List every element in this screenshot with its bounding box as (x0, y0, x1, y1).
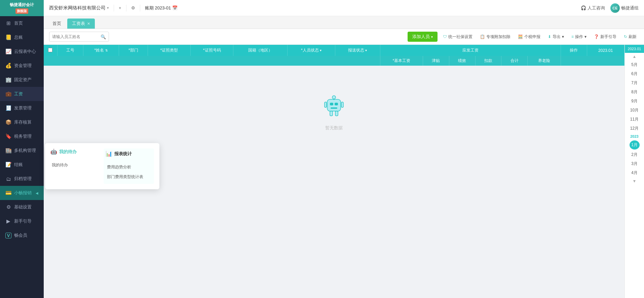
sub-col-pension: 养老险 (528, 56, 561, 66)
operations-icon: ≡ (571, 34, 574, 39)
search-input-wrap: 🔍 (49, 32, 109, 42)
popup-report-label: 报表统计 (114, 151, 132, 157)
tax-declaration-button[interactable]: 🧮 个税申报 (516, 33, 542, 41)
special-deduction-button[interactable]: 📋 专项附加扣除 (478, 33, 513, 41)
month-5[interactable]: 5月 (625, 60, 644, 69)
topbar-divider-1 (114, 5, 114, 11)
sidebar-item-report[interactable]: 📈 云报表中心 (0, 44, 44, 59)
salary-table: 工号 *姓名 ⇅ *部门 *证照类型 *证照号码 国籍（地区） *人员状态 (44, 45, 624, 158)
headphone-icon: 🎧 (581, 5, 586, 10)
checkbox-col-header (44, 45, 57, 56)
sidebar-label-settle: 结账 (14, 162, 23, 168)
popup-expense-trend[interactable]: 费用趋势分析 (106, 162, 152, 172)
avatar-text: CE (612, 6, 617, 10)
select-all-checkbox[interactable] (48, 48, 52, 52)
new-guide-button[interactable]: ❓ 新手引导 (592, 33, 618, 41)
sub-col-total: 合计 (501, 56, 528, 66)
month-3[interactable]: 3月 (625, 159, 644, 168)
popup-my-todo[interactable]: 我的待办 (50, 160, 97, 170)
sidebar-item-salary[interactable]: 💼 工资 (0, 87, 44, 101)
svg-rect-7 (335, 111, 338, 116)
svg-rect-5 (341, 102, 343, 107)
col-name[interactable]: *姓名 ⇅ (83, 45, 119, 56)
filter-icon: ▾ (320, 48, 321, 52)
sidebar-item-multi[interactable]: 🏬 多机构管理 (0, 143, 44, 158)
month-10[interactable]: 10月 (625, 106, 644, 115)
col-report-status[interactable]: 报送状态 ▾ (335, 45, 380, 56)
sidebar-item-fund[interactable]: 💰 资金管理 (0, 59, 44, 73)
sidebar-item-invoice[interactable]: 🧾 发票管理 (0, 101, 44, 115)
sidebar-item-inventory[interactable]: 📦 库存核算 (0, 115, 44, 129)
shield-icon: 🛡 (443, 34, 447, 39)
topbar-divider-2 (126, 5, 126, 11)
sidebar-item-guide[interactable]: ▶ 新手引导 (0, 214, 44, 228)
asset-icon: 🏢 (5, 77, 11, 83)
operations-button[interactable]: ≡ 操作 ▾ (569, 33, 589, 41)
tab-salary-close[interactable]: ✕ (87, 22, 90, 26)
sidebar-label-asset: 固定资产 (14, 77, 32, 83)
month-2[interactable]: 2月 (625, 150, 644, 159)
month-12[interactable]: 12月 (625, 124, 644, 133)
sidebar-item-asset[interactable]: 🏢 固定资产 (0, 73, 44, 87)
month-6[interactable]: 6月 (625, 69, 644, 78)
sidebar-label-ledger: 总账 (14, 34, 23, 40)
sidebar-label-multi: 多机构管理 (14, 147, 36, 154)
tab-salary[interactable]: 工资表 ✕ (67, 19, 95, 29)
col-cert-no: *证照号码 (191, 45, 233, 56)
search-input[interactable] (52, 34, 99, 39)
sidebar-item-expense[interactable]: 💳 小畅报销 ◀ (0, 186, 44, 200)
refresh-button[interactable]: ↻ 刷新 (622, 33, 639, 41)
special-deduction-label: 专项附加扣除 (486, 34, 510, 40)
sidebar-item-ledger[interactable]: 📒 总账 (0, 30, 44, 44)
period-label: 账期 2023-01 📅 (145, 5, 178, 11)
add-person-button[interactable]: 添加人员 ▾ (408, 32, 438, 42)
sidebar-item-settle[interactable]: 📝 结账 (0, 158, 44, 172)
sidebar-item-basic[interactable]: ⚙ 基础设置 (0, 200, 44, 214)
popup-dept-expense[interactable]: 部门费用类型统计表 (106, 172, 152, 182)
month-8[interactable]: 8月 (625, 88, 644, 97)
tab-home[interactable]: 首页 (48, 19, 66, 29)
sort-icon: ⇅ (105, 49, 108, 52)
sub-col-deduction: 扣款 (475, 56, 501, 66)
sidebar-item-member[interactable]: V 畅会员 (0, 228, 44, 242)
todo-icon: 🤖 (50, 148, 57, 155)
social-security-button[interactable]: 🛡 统一社保设置 (441, 33, 475, 41)
export-label: 导出 (553, 34, 561, 40)
expense-arrow: ◀ (36, 191, 38, 195)
export-button[interactable]: ⬇ 导出 ▾ (546, 33, 566, 41)
table-header-row-2: *基本工资 津贴 绩效 扣款 合计 养老险 (44, 56, 624, 66)
support-button[interactable]: 🎧 人工咨询 (581, 5, 605, 11)
operations-dropdown-icon: ▾ (584, 34, 586, 39)
svg-rect-1 (330, 103, 333, 105)
social-security-label: 统一社保设置 (448, 34, 472, 40)
month-11[interactable]: 11月 (625, 115, 644, 124)
popup-col-todo: 🤖 我的待办 我的待办 (50, 148, 97, 184)
sidebar: 畅捷通好会计 旗舰版 ⊞ 首页 📒 总账 📈 云报表中心 💰 资金管理 🏢 固定… (0, 0, 44, 298)
settings-button[interactable]: ⚙ (131, 5, 135, 10)
period-header: 2023.01 (628, 47, 641, 51)
add-company-button[interactable]: + (119, 5, 121, 10)
fund-icon: 💰 (5, 63, 11, 69)
sidebar-item-archive[interactable]: 🗂 归档管理 (0, 172, 44, 186)
month-7[interactable]: 7月 (625, 78, 644, 88)
search-icon[interactable]: 🔍 (101, 34, 106, 39)
support-label: 人工咨询 (588, 5, 605, 11)
col-dept: *部门 (119, 45, 148, 56)
home-icon: ⊞ (5, 20, 11, 26)
sidebar-item-tax[interactable]: 🔖 税务管理 (0, 129, 44, 143)
add-person-dropdown-icon: ▾ (431, 35, 433, 39)
col-personnel-status[interactable]: *人员状态 ▾ (288, 45, 335, 56)
month-nav-up[interactable]: ▲ (625, 53, 644, 60)
month-nav-down[interactable]: ▼ (625, 177, 644, 185)
user-profile[interactable]: CE 畅捷通组 (610, 3, 639, 13)
invoice-icon: 🧾 (5, 105, 11, 111)
month-4[interactable]: 4月 (625, 168, 644, 177)
sidebar-item-home[interactable]: ⊞ 首页 (0, 16, 44, 30)
month-1-active[interactable]: 1月 (630, 140, 640, 150)
wage-group-header: 应发工资 (380, 45, 561, 56)
sidebar-label-invoice: 发票管理 (14, 105, 32, 111)
add-person-label: 添加人员 (412, 34, 430, 40)
month-9[interactable]: 9月 (625, 97, 644, 106)
sidebar-label-inventory: 库存核算 (14, 119, 32, 125)
company-selector[interactable]: 西安虾米网络科技有限公司 ▾ (49, 5, 109, 11)
